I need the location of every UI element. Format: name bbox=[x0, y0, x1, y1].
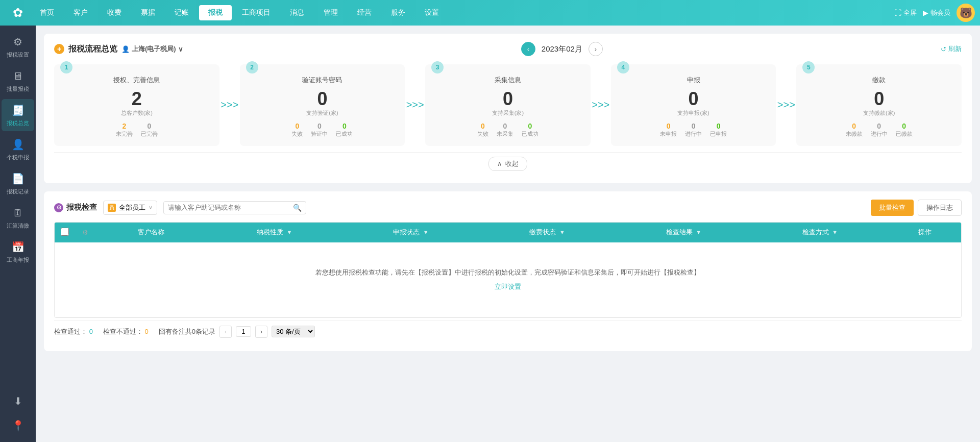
nav-item-services[interactable]: 服务 bbox=[382, 5, 414, 20]
nav-item-bookkeeping[interactable]: 记账 bbox=[165, 5, 198, 20]
flow-step-2: 2 验证账号密码 0 支持验证(家) 0 失败 0 验证中 0 已成功 bbox=[240, 64, 405, 146]
flow-steps: 1 授权、完善信息 2 总客户数(家) 2 未完善 0 已完善 >>> bbox=[54, 64, 962, 146]
stat-num-4-0: 0 bbox=[660, 122, 677, 130]
sidebar-item-tax-settings[interactable]: ⚙ 报税设置 bbox=[2, 31, 34, 63]
flow-step-4: 4 申报 0 支持申报(家) 0 未申报 0 进行中 0 已申报 bbox=[611, 64, 776, 146]
flow-step-3: 3 采集信息 0 支持采集(家) 0 失败 0 未采集 0 已成功 bbox=[425, 64, 591, 146]
filter-icon-2[interactable]: ▼ bbox=[423, 229, 429, 235]
staff-select[interactable]: 员 全部员工 ∨ bbox=[103, 201, 157, 215]
stat-label-4-2: 已申报 bbox=[710, 130, 727, 138]
main-content: + 报税流程总览 👤 上海(电子税局) ∨ ‹ 2023年02月 › ↺ 刷新 bbox=[36, 26, 980, 442]
stat-5-2: 0 已缴款 bbox=[896, 122, 913, 138]
operation-log-button[interactable]: 操作日志 bbox=[918, 200, 962, 216]
sidebar-download-button[interactable]: ⬇ bbox=[2, 390, 34, 412]
step-stats-5: 0 未缴款 0 进行中 0 已缴款 bbox=[802, 122, 955, 138]
collapse-button[interactable]: ∧ 收起 bbox=[488, 157, 527, 171]
filter-icon-4[interactable]: ▼ bbox=[696, 229, 701, 235]
nav-item-clients[interactable]: 客户 bbox=[64, 5, 97, 20]
stat-num-5-0: 0 bbox=[846, 122, 863, 130]
user-avatar[interactable]: 🐻 bbox=[957, 4, 975, 22]
nav-item-invoices[interactable]: 票据 bbox=[132, 5, 164, 20]
footer-pagination: 共0条记录 ‹ › 30 条/页 50 条/页 100 条/页 bbox=[185, 326, 315, 338]
stat-label-4-1: 进行中 bbox=[685, 130, 702, 138]
arrow-1-2: >>> bbox=[219, 64, 240, 146]
stat-num-5-1: 0 bbox=[871, 122, 888, 130]
nav-item-fees[interactable]: 收费 bbox=[98, 5, 131, 20]
step-count-4: 0 bbox=[617, 89, 770, 109]
filter-icon-3[interactable]: ▼ bbox=[559, 229, 565, 235]
step-title-1: 授权、完善信息 bbox=[60, 76, 213, 85]
search-button[interactable]: 🔍 bbox=[293, 204, 302, 212]
nav-item-management[interactable]: 管理 bbox=[314, 5, 347, 20]
sidebar-item-settlement[interactable]: 🗓 汇算清缴 bbox=[2, 202, 34, 234]
stat-4-2: 0 已申报 bbox=[710, 122, 727, 138]
search-input[interactable] bbox=[168, 204, 293, 211]
header-check-method-label: 检查方式 bbox=[802, 228, 829, 236]
step-stats-4: 0 未申报 0 进行中 0 已申报 bbox=[617, 122, 770, 138]
staff-label: 全部员工 bbox=[119, 203, 145, 212]
step-sub-3: 支持采集(家) bbox=[431, 109, 584, 117]
stat-label-5-1: 进行中 bbox=[871, 130, 888, 138]
next-page-button[interactable]: › bbox=[255, 326, 267, 338]
sidebar-label-settlement: 汇算清缴 bbox=[7, 222, 29, 230]
filter-icon-1[interactable]: ▼ bbox=[287, 229, 292, 235]
sidebar-item-tax-records[interactable]: 📄 报税记录 bbox=[2, 167, 34, 200]
sidebar-label-tax-records: 报税记录 bbox=[7, 188, 29, 195]
nav-item-operations[interactable]: 经营 bbox=[348, 5, 381, 20]
header-declare-status-label: 申报状态 bbox=[393, 228, 420, 236]
select-all-checkbox[interactable] bbox=[61, 228, 69, 236]
collapse-bar: ∧ 收起 bbox=[54, 152, 962, 175]
setup-link[interactable]: 立即设置 bbox=[495, 283, 521, 290]
batch-check-button[interactable]: 批量检查 bbox=[871, 200, 914, 216]
stat-1-1: 0 已完善 bbox=[141, 122, 158, 138]
stat-label-3-1: 未采集 bbox=[497, 130, 513, 138]
nav-item-settings[interactable]: 设置 bbox=[415, 5, 448, 20]
sidebar-item-tax-overview[interactable]: 🧾 报税总览 bbox=[2, 99, 34, 131]
nav-right: ⛶ 全屏 ▶ 畅会员 🐻 bbox=[894, 4, 975, 22]
vip-button[interactable]: ▶ 畅会员 bbox=[923, 8, 950, 17]
step-number-3: 3 bbox=[431, 61, 444, 73]
nav-item-business[interactable]: 工商项目 bbox=[233, 5, 280, 20]
step-stats-2: 0 失败 0 验证中 0 已成功 bbox=[246, 122, 399, 138]
empty-state: 若您想使用报税检查功能，请先在【报税设置】中进行报税的初始化设置，完成密码验证和… bbox=[61, 248, 955, 312]
header-client-name-label: 客户名称 bbox=[138, 228, 164, 236]
prev-page-button[interactable]: ‹ bbox=[219, 326, 232, 338]
staff-icon: 员 bbox=[108, 204, 116, 212]
filter-icon-5[interactable]: ▼ bbox=[832, 229, 838, 235]
tax-records-icon: 📄 bbox=[11, 171, 25, 186]
settings-icon[interactable]: ⚙ bbox=[82, 229, 88, 236]
fullscreen-button[interactable]: ⛶ 全屏 bbox=[894, 8, 917, 17]
stat-3-0: 0 失败 bbox=[477, 122, 488, 138]
per-page-select[interactable]: 30 条/页 50 条/页 100 条/页 bbox=[272, 326, 315, 337]
download-icon: ⬇ bbox=[11, 394, 25, 408]
sidebar-label-tax-settings: 报税设置 bbox=[7, 51, 29, 59]
header-tax-nature-label: 纳税性质 bbox=[257, 228, 283, 236]
tax-check-header: ⊙ 报税检查 员 全部员工 ∨ 🔍 批量检查 操作日志 bbox=[54, 200, 962, 216]
collapse-icon: ∧ bbox=[497, 160, 502, 167]
nav-item-messages[interactable]: 消息 bbox=[281, 5, 313, 20]
location-icon: 📍 bbox=[11, 419, 25, 433]
stat-num-1-1: 0 bbox=[141, 122, 158, 130]
sidebar-item-batch-tax[interactable]: 🖥 批量报税 bbox=[2, 65, 34, 97]
next-month-button[interactable]: › bbox=[589, 42, 603, 56]
nav-item-home[interactable]: 首页 bbox=[31, 5, 63, 20]
check-pass-count[interactable]: 0 bbox=[89, 328, 93, 335]
sidebar-item-personal-tax[interactable]: 👤 个税申报 bbox=[2, 133, 34, 165]
tax-check-card: ⊙ 报税检查 员 全部员工 ∨ 🔍 批量检查 操作日志 bbox=[44, 191, 972, 351]
step-title-5: 缴款 bbox=[802, 76, 955, 85]
location-badge[interactable]: 👤 上海(电子税局) ∨ bbox=[121, 44, 183, 54]
collapse-label: 收起 bbox=[505, 159, 519, 168]
table-header-client-name: 客户名称 bbox=[95, 223, 206, 242]
nav-item-tax[interactable]: 报税 bbox=[199, 5, 232, 20]
refresh-button[interactable]: ↺ 刷新 bbox=[941, 44, 962, 54]
sidebar-item-annual-report[interactable]: 📅 工商年报 bbox=[2, 236, 34, 268]
sidebar-location-button[interactable]: 📍 bbox=[2, 414, 34, 437]
prev-month-button[interactable]: ‹ bbox=[521, 42, 535, 56]
table-header-operations: 操作 bbox=[888, 223, 961, 242]
person-icon: 👤 bbox=[121, 45, 130, 53]
sidebar-label-tax-overview: 报税总览 bbox=[7, 119, 29, 127]
stat-2-2: 0 已成功 bbox=[336, 122, 353, 138]
check-fail-count[interactable]: 0 bbox=[144, 328, 148, 335]
page-input[interactable] bbox=[236, 326, 251, 337]
empty-message: 若您想使用报税检查功能，请先在【报税设置】中进行报税的初始化设置，完成密码验证和… bbox=[71, 268, 945, 277]
